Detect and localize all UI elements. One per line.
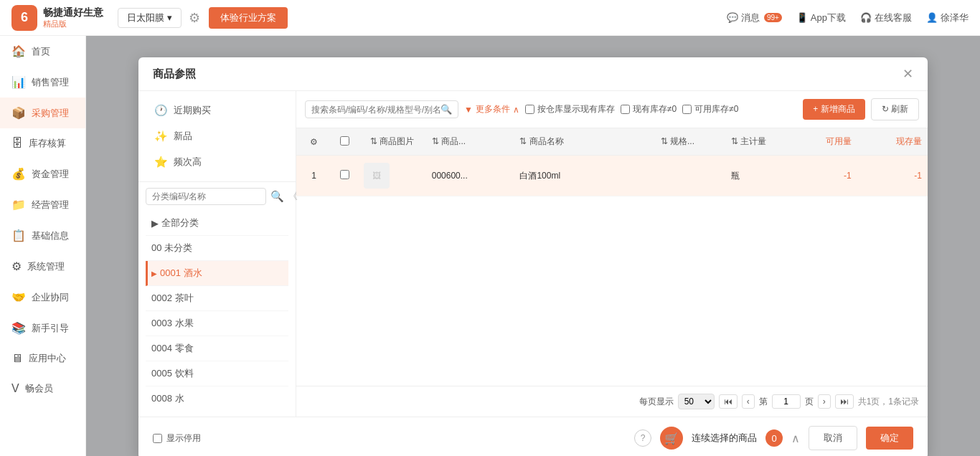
- product-table: ⚙ ⇅ 商品图片: [296, 128, 928, 196]
- trial-button[interactable]: 体验行业方案: [209, 7, 288, 29]
- mobile-icon: 📱: [796, 12, 808, 23]
- enterprise-icon: 🤝: [11, 290, 26, 304]
- nav-right: 💬 消息 99+ 📱 App下载 🎧 在线客服 👤 徐泽华: [727, 11, 969, 24]
- message-icon: 💬: [727, 12, 738, 23]
- home-icon: 🏠: [11, 44, 26, 58]
- category-00[interactable]: 00 未分类: [146, 236, 288, 261]
- sidebar-item-basic-info[interactable]: 📋 基础信息: [0, 220, 85, 251]
- table-row[interactable]: 1 🖼: [296, 156, 928, 196]
- tab-frequent[interactable]: ⭐ 频次高: [146, 150, 288, 174]
- cart-count: 0: [765, 429, 783, 447]
- add-product-button[interactable]: + 新增商品: [803, 99, 864, 120]
- page-input[interactable]: [772, 394, 801, 409]
- main-layout: 🏠 首页 📊 销售管理 📦 采购管理 🗄 库存核算 💰 资金管理 📁 经营管理 …: [0, 36, 980, 456]
- sidebar-item-apps[interactable]: 🖥 应用中心: [0, 343, 85, 374]
- checkbox-nonzero-stock[interactable]: 现有库存≠0: [621, 103, 677, 115]
- settings-icon-small: ⚙: [310, 137, 318, 147]
- sidebar-item-system[interactable]: ⚙ 系统管理: [0, 251, 85, 282]
- row-image: 🖼: [358, 156, 426, 196]
- company-selector[interactable]: 日太阳膜 ▾: [118, 8, 182, 28]
- row-unit: 瓶: [725, 156, 787, 196]
- left-tabs: 🕐 近期购买 ✨ 新品 ⭐ 频次高: [138, 98, 296, 181]
- th-code[interactable]: ⇅ 商品...: [426, 128, 514, 156]
- collapse-cart-icon[interactable]: ∧: [791, 432, 800, 445]
- product-search-input[interactable]: [311, 105, 440, 115]
- message-badge: 99+: [764, 13, 782, 22]
- tab-recent-purchase[interactable]: 🕐 近期购买: [146, 98, 288, 123]
- th-available[interactable]: 可用量: [787, 128, 857, 156]
- select-all-checkbox[interactable]: [340, 136, 349, 146]
- th-checkbox[interactable]: [331, 128, 358, 156]
- category-0005[interactable]: 0005 饮料: [146, 361, 288, 386]
- category-0004[interactable]: 0004 零食: [146, 336, 288, 361]
- sidebar-item-purchase[interactable]: 📦 采购管理: [0, 98, 85, 128]
- category-tree: ▶ 全部分类 00 未分类 ▶ 0001 酒水 0002 茶叶 0003 水果 …: [138, 211, 296, 409]
- cancel-button[interactable]: 取消: [809, 426, 857, 450]
- user-avatar[interactable]: 👤 徐泽华: [926, 11, 969, 24]
- th-spec[interactable]: ⇅ 规格...: [655, 128, 725, 156]
- category-0003[interactable]: 0003 水果: [146, 311, 288, 336]
- category-search-icon[interactable]: 🔍: [270, 190, 284, 203]
- row-code: 000600...: [426, 156, 514, 196]
- sidebar-item-guide[interactable]: 📚 新手引导: [0, 313, 85, 343]
- first-page-button[interactable]: ⏮: [719, 394, 738, 409]
- new-icon: ✨: [154, 130, 168, 143]
- sidebar-item-home[interactable]: 🏠 首页: [0, 36, 85, 67]
- sidebar-item-inventory[interactable]: 🗄 库存核算: [0, 128, 85, 158]
- table-header-row: ⚙ ⇅ 商品图片: [296, 128, 928, 156]
- total-info: 共1页，1条记录: [858, 396, 919, 408]
- page-size-label: 每页显示: [639, 396, 674, 408]
- active-expand-icon: ▶: [151, 270, 157, 277]
- sidebar-item-enterprise[interactable]: 🤝 企业协同: [0, 282, 85, 313]
- category-all[interactable]: ▶ 全部分类: [146, 211, 288, 236]
- show-disabled-checkbox[interactable]: 显示停用: [153, 432, 201, 445]
- modal-close-button[interactable]: ✕: [903, 66, 913, 82]
- next-page-button[interactable]: ›: [818, 394, 831, 409]
- logo-text: 畅捷通好生意: [43, 6, 103, 19]
- sales-icon: 📊: [11, 75, 26, 89]
- checkbox-warehouse-stock[interactable]: 按仓库显示现有库存: [525, 103, 615, 115]
- more-filter-button[interactable]: ▼ 更多条件 ∧: [464, 103, 519, 115]
- category-0002[interactable]: 0002 茶叶: [146, 286, 288, 311]
- settings-icon[interactable]: ⚙: [189, 10, 200, 26]
- online-service-nav[interactable]: 🎧 在线客服: [860, 11, 912, 24]
- headset-icon: 🎧: [860, 12, 872, 23]
- page-size-select[interactable]: 10 20 50 100: [678, 394, 715, 409]
- clock-icon: 🕐: [154, 104, 168, 117]
- product-search-icon[interactable]: 🔍: [440, 104, 452, 115]
- last-page-button[interactable]: ⏭: [835, 394, 854, 409]
- app-download-nav[interactable]: 📱 App下载: [796, 11, 846, 24]
- content-area: 商品参照 ✕ 🕐 近期购买 ✨: [86, 36, 980, 456]
- th-name[interactable]: ⇅ 商品名称: [514, 128, 654, 156]
- sidebar-item-vip[interactable]: V 畅会员: [0, 374, 85, 404]
- category-search-input[interactable]: [146, 188, 266, 205]
- modal-backdrop: 商品参照 ✕ 🕐 近期购买 ✨: [86, 36, 980, 456]
- chevron-down-icon: ▾: [167, 12, 172, 23]
- tab-new-products[interactable]: ✨ 新品: [146, 124, 288, 148]
- row-checkbox[interactable]: [331, 156, 358, 196]
- system-icon: ⚙: [11, 260, 22, 273]
- sidebar-item-operations[interactable]: 📁 经营管理: [0, 189, 85, 220]
- right-panel: 🔍 ▼ 更多条件 ∧ 按仓库显示现有库存: [296, 91, 928, 417]
- help-icon[interactable]: ?: [634, 429, 651, 447]
- modal-header: 商品参照 ✕: [138, 57, 928, 91]
- th-stock[interactable]: 现存量: [857, 128, 928, 156]
- confirm-button[interactable]: 确定: [866, 427, 913, 450]
- refresh-button[interactable]: ↻ 刷新: [871, 98, 919, 120]
- page-unit: 页: [805, 396, 814, 408]
- modal-body: 🕐 近期购买 ✨ 新品 ⭐ 频次高: [138, 91, 928, 417]
- row-stock: -1: [857, 156, 928, 196]
- row-spec: [655, 156, 725, 196]
- category-search-row: 🔍 《: [138, 181, 296, 211]
- sidebar-item-sales[interactable]: 📊 销售管理: [0, 67, 85, 98]
- sort-unit-icon: ⇅: [731, 136, 738, 146]
- messages-nav[interactable]: 💬 消息 99+: [727, 11, 782, 24]
- category-0008[interactable]: 0008 水: [146, 386, 288, 409]
- th-unit[interactable]: ⇅ 主计量: [725, 128, 787, 156]
- th-image: ⇅ 商品图片: [358, 128, 426, 156]
- category-0001[interactable]: ▶ 0001 酒水: [146, 261, 288, 286]
- th-settings[interactable]: ⚙: [296, 128, 331, 156]
- checkbox-nonzero-available[interactable]: 可用库存≠0: [682, 103, 738, 115]
- sidebar-item-finance[interactable]: 💰 资金管理: [0, 158, 85, 189]
- prev-page-button[interactable]: ‹: [742, 394, 755, 409]
